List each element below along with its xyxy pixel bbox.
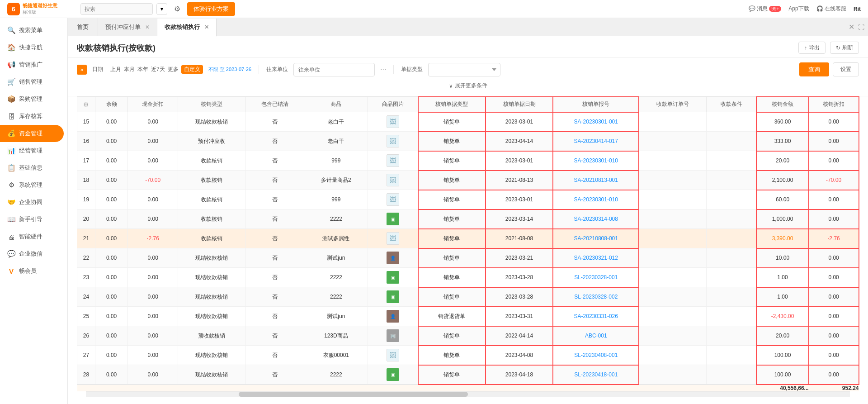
seq-cell: 23 [77, 268, 95, 287]
date-link-more[interactable]: 更多 [168, 66, 179, 73]
bill-report-no-link[interactable]: SA-20230314-008 [574, 216, 618, 222]
bill-report-no-link[interactable]: SA-20230301-010 [574, 196, 618, 203]
setting-btn[interactable]: 设置 [833, 62, 859, 76]
search-input[interactable] [80, 3, 153, 15]
bill-report-no-cell[interactable]: SA-20230331-026 [553, 307, 639, 326]
sidebar-item-operation[interactable]: 📊 经营管理 [0, 142, 67, 159]
date-range[interactable]: 不限 至 2023-07-26 [208, 66, 251, 73]
bill-report-no-cell[interactable]: SA-20210808-001 [553, 229, 639, 248]
bill-report-no-link[interactable]: SL-20230418-001 [574, 371, 618, 378]
date-link-this-month[interactable]: 本月 [124, 66, 135, 73]
bill-report-date-cell: 2023-04-18 [486, 365, 553, 385]
sidebar-item-fund[interactable]: 💰 资金管理 [0, 125, 64, 142]
bill-report-no-link[interactable]: SA-20230321-012 [574, 255, 618, 261]
date-link-last-month[interactable]: 上月 [110, 66, 121, 73]
bill-report-type-cell: 销货单 [418, 209, 486, 229]
bill-report-no-cell[interactable]: SA-20230414-017 [553, 132, 639, 151]
col-settings[interactable]: ⚙ [77, 97, 95, 112]
bill-report-no-link[interactable]: SA-20230301-010 [574, 157, 618, 164]
partner-more-btn[interactable]: ··· [380, 66, 386, 74]
export-btn[interactable]: ↑ 导出 [798, 42, 826, 54]
message-btn[interactable]: 💬 消息 99+ [749, 5, 782, 13]
date-link-custom[interactable]: 自定义 [181, 65, 203, 74]
bill-report-no-link[interactable]: ABC-001 [585, 333, 607, 339]
sidebar-item-search-menu[interactable]: 🔍 搜索菜单 [0, 22, 67, 39]
writeoff-amount-cell: 360.00 [756, 112, 808, 132]
writeoff-discount-cell: 0.00 [809, 365, 859, 385]
bill-report-no-cell[interactable]: SA-20230301-001 [553, 112, 639, 132]
cash-discount-cell: 0.00 [128, 365, 178, 385]
dropdown-btn[interactable]: ▾ [156, 3, 167, 15]
sidebar-item-system[interactable]: ⚙ 系统管理 [0, 176, 67, 194]
bill-report-no-link[interactable]: SA-20210808-001 [574, 235, 618, 242]
tab-writeoff[interactable]: 收款核销执行 ✕ [157, 19, 217, 37]
sidebar-item-quick-nav[interactable]: 🏠 快捷导航 [0, 39, 67, 56]
bill-report-no-cell[interactable]: SL-20230408-001 [553, 346, 639, 365]
include-settled-cell: 否 [245, 307, 304, 326]
bill-report-no-link[interactable]: SL-20230408-001 [574, 352, 618, 358]
seq-cell: 15 [77, 112, 95, 132]
tab-home[interactable]: 首页 [68, 18, 98, 36]
online-service-btn[interactable]: 🎧 在线客服 [816, 5, 846, 13]
date-link-this-year[interactable]: 本年 [137, 66, 148, 73]
sidebar-item-wx[interactable]: 💬 企业微信 [0, 245, 67, 262]
sidebar-item-guide[interactable]: 📖 新手引导 [0, 211, 67, 228]
expand-more-btn[interactable]: ∨ 展开更多条件 [449, 82, 487, 90]
footer-writeoff-amount: 40,556,66... [756, 385, 808, 391]
scrollbar-thumb[interactable] [239, 392, 468, 397]
writeoff-type-cell: 现结收款核销 [178, 365, 245, 385]
sidebar-item-purchase[interactable]: 📦 采购管理 [0, 90, 67, 108]
close-all-btn[interactable]: ✕ [849, 23, 854, 31]
bill-report-no-link[interactable]: SA-20230301-001 [574, 119, 618, 125]
user-name[interactable]: Rit [854, 6, 861, 12]
writeoff-amount-cell: 100.00 [756, 346, 808, 365]
refresh-btn[interactable]: ↻ 刷新 [830, 42, 859, 54]
sidebar-item-inventory[interactable]: 🗄 库存核算 [0, 108, 67, 125]
bill-report-no-cell[interactable]: SL-20230328-002 [553, 287, 639, 307]
col-writeoff-discount: 核销折扣 [809, 97, 859, 112]
sidebar-item-basic[interactable]: 📋 基础信息 [0, 159, 67, 176]
bill-report-no-link[interactable]: SA-20230331-026 [574, 313, 618, 319]
sidebar-item-marketing[interactable]: 📢 营销推广 [0, 56, 67, 73]
goods-img-cell: ▣ [368, 287, 418, 307]
table-row: 260.000.00预收款核销否123D商品🏢销货单2022-04-14ABC-… [77, 326, 859, 346]
bill-report-no-cell[interactable]: SA-20210813-001 [553, 171, 639, 190]
bill-report-no-cell[interactable]: SA-20230301-010 [553, 151, 639, 171]
tab-close-writeoff[interactable]: ✕ [204, 24, 209, 30]
col-bill-report-date: 核销单据日期 [486, 97, 553, 112]
bill-report-no-cell[interactable]: SA-20230301-010 [553, 190, 639, 209]
horizontal-scrollbar[interactable] [86, 391, 850, 397]
industry-btn[interactable]: 体验行业方案 [187, 2, 235, 16]
page-actions: ↑ 导出 ↻ 刷新 [798, 42, 859, 54]
sidebar-item-sales[interactable]: 🛒 销售管理 [0, 73, 67, 90]
sidebar-item-smart-hw[interactable]: 🖨 智能硬件 [0, 228, 67, 245]
gear-btn[interactable]: ⚙ [171, 3, 184, 15]
bill-report-no-cell[interactable]: SA-20230321-012 [553, 248, 639, 268]
bill-report-no-cell[interactable]: SL-20230418-001 [553, 365, 639, 385]
bill-report-no-cell[interactable]: SL-20230328-001 [553, 268, 639, 287]
bill-report-no-link[interactable]: SA-20230414-017 [574, 138, 618, 144]
tab-close-prepay[interactable]: ✕ [145, 24, 150, 30]
bill-report-no-link[interactable]: SA-20210813-001 [574, 177, 618, 183]
bill-report-no-link[interactable]: SL-20230328-002 [574, 294, 618, 300]
partner-input[interactable] [293, 63, 375, 76]
balance-cell: 0.00 [95, 307, 128, 326]
bill-type-select[interactable] [428, 63, 500, 76]
footer-spacer [77, 385, 757, 391]
bill-report-no-cell[interactable]: ABC-001 [553, 326, 639, 346]
app-download-btn[interactable]: App下载 [788, 5, 809, 13]
goods-cell: 多计量商品2 [304, 171, 368, 190]
settings-icon[interactable]: ⚙ [83, 101, 89, 108]
tab-prepay[interactable]: 预付冲应付单 ✕ [98, 18, 157, 36]
date-link-7days[interactable]: 近7天 [151, 66, 165, 73]
maximize-btn[interactable]: ⛶ [858, 24, 864, 31]
tab-bar-actions: ✕ ⛶ [849, 23, 868, 31]
query-btn[interactable]: 查询 [799, 62, 829, 76]
sidebar-item-enterprise[interactable]: 🤝 企业协同 [0, 194, 67, 211]
writeoff-amount-cell: 1.00 [756, 268, 808, 287]
sidebar-label: 营销推广 [19, 61, 42, 69]
sidebar-item-vip[interactable]: V 畅会员 [0, 262, 67, 280]
bill-report-no-cell[interactable]: SA-20230314-008 [553, 209, 639, 229]
bill-report-no-link[interactable]: SL-20230328-001 [574, 274, 618, 280]
filter-expand-arrow[interactable]: » [77, 65, 87, 75]
